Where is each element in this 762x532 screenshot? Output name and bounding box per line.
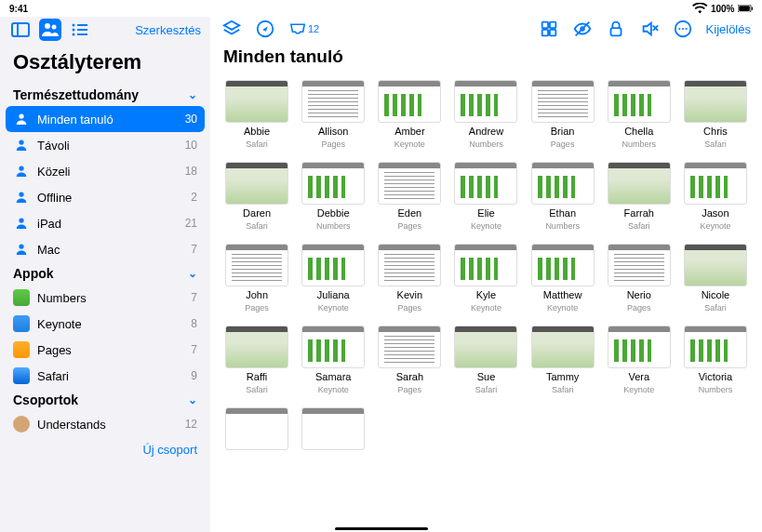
student-name: Brian [551, 126, 575, 137]
student-tile[interactable]: AllisonPages [300, 80, 367, 149]
svg-rect-1 [739, 6, 750, 11]
student-tile[interactable]: AbbieSafari [223, 80, 290, 149]
svg-rect-22 [541, 30, 547, 35]
student-thumb [684, 326, 747, 368]
student-app: Keynote [471, 221, 501, 231]
compass-icon[interactable] [255, 19, 275, 39]
student-tile[interactable]: KyleKeynote [452, 244, 519, 313]
svg-point-8 [73, 29, 75, 32]
student-name: Kyle [476, 289, 496, 300]
sidebar-title: Osztályterem [0, 43, 210, 84]
student-tile[interactable]: JulianaKeynote [300, 244, 367, 313]
student-tile[interactable]: VeraKeynote [606, 326, 673, 394]
svg-point-17 [19, 218, 23, 222]
student-tile[interactable]: JohnPages [223, 244, 290, 313]
student-tile[interactable] [300, 407, 367, 456]
student-thumb [225, 162, 288, 205]
mute-icon[interactable] [639, 19, 660, 39]
student-app: Keynote [700, 221, 730, 231]
sidebar-item[interactable]: Távoli10 [0, 132, 210, 158]
student-tile[interactable]: AmberKeynote [376, 80, 443, 149]
person-icon [13, 215, 30, 232]
sidebar-item[interactable]: Közeli18 [0, 158, 210, 184]
student-tile[interactable]: KevinPages [376, 244, 443, 313]
person-icon [13, 189, 30, 206]
people-icon[interactable] [39, 19, 61, 41]
eye-hidden-icon[interactable] [572, 19, 593, 39]
student-app: Keynote [318, 385, 349, 394]
student-app: Pages [398, 221, 422, 231]
student-name: Nerio [627, 289, 651, 300]
groups-section-header[interactable]: Csoportok ⌄ [0, 389, 210, 411]
student-tile[interactable]: SarahPages [376, 326, 443, 394]
student-name: Victoria [699, 371, 732, 382]
student-tile[interactable]: FarrahSafari [606, 162, 673, 231]
student-app: Safari [704, 140, 727, 149]
grid-icon[interactable] [539, 19, 559, 39]
sidebar-toggle-icon[interactable] [9, 19, 32, 41]
status-right: 100% [692, 3, 753, 15]
more-icon[interactable] [673, 19, 693, 39]
student-tile[interactable]: EthanNumbers [529, 162, 596, 231]
svg-point-32 [685, 28, 687, 30]
chevron-down-icon: ⌄ [188, 393, 197, 406]
student-tile[interactable]: RaffiSafari [223, 326, 290, 394]
student-tile[interactable]: SamaraKeynote [300, 326, 367, 394]
inbox-icon [288, 21, 307, 36]
student-tile[interactable]: VictoriaNumbers [682, 326, 749, 394]
sidebar-item[interactable]: Safari9 [0, 363, 210, 389]
apps-section-header[interactable]: Appok ⌄ [0, 262, 210, 285]
sidebar-item[interactable]: Understands12 [0, 411, 210, 437]
student-tile[interactable]: AndrewNumbers [452, 80, 519, 149]
person-icon [13, 241, 30, 258]
svg-point-13 [19, 113, 23, 118]
student-tile[interactable]: ChrisSafari [682, 80, 749, 149]
list-icon[interactable] [69, 19, 91, 41]
class-section-header[interactable]: Természettudomány ⌄ [0, 84, 210, 106]
sidebar-item[interactable]: Pages7 [0, 337, 210, 363]
sidebar-item[interactable]: Offline2 [0, 184, 210, 210]
student-thumb [225, 326, 288, 368]
sidebar-item[interactable]: Mac7 [0, 236, 210, 262]
select-button[interactable]: Kijelölés [706, 22, 751, 36]
inbox-button[interactable]: 12 [288, 21, 319, 36]
sidebar-item[interactable]: Keynote8 [0, 311, 210, 337]
status-time: 9:41 [9, 4, 28, 14]
sidebar-item[interactable]: iPad21 [0, 210, 210, 236]
student-thumb [378, 80, 441, 123]
sidebar-item[interactable]: Minden tanuló30 [6, 106, 205, 132]
student-tile[interactable]: NicoleSafari [682, 244, 749, 313]
student-tile[interactable]: JasonKeynote [682, 162, 749, 231]
student-name: Sue [477, 371, 496, 382]
student-app: Keynote [394, 140, 425, 149]
student-tile[interactable]: EdenPages [376, 162, 443, 231]
student-name: Matthew [543, 289, 582, 300]
edit-button[interactable]: Szerkesztés [135, 23, 201, 37]
lock-icon[interactable] [606, 19, 626, 39]
chevron-down-icon: ⌄ [188, 88, 197, 101]
student-tile[interactable]: SueSafari [452, 326, 519, 394]
student-tile[interactable]: MatthewKeynote [529, 244, 596, 313]
student-tile[interactable]: NerioPages [606, 244, 673, 313]
battery-icon [738, 5, 754, 12]
student-app: Numbers [316, 221, 351, 231]
app-icon [13, 341, 30, 358]
student-tile[interactable]: ElieKeynote [452, 162, 519, 231]
student-tile[interactable]: ChellaNumbers [606, 80, 673, 149]
student-app: Numbers [469, 140, 503, 149]
student-tile[interactable]: TammySafari [529, 326, 596, 394]
layers-icon[interactable] [221, 19, 242, 39]
svg-rect-23 [549, 30, 555, 35]
sidebar-item[interactable]: Numbers7 [0, 285, 210, 311]
student-thumb [225, 244, 288, 286]
student-app: Safari [552, 385, 574, 394]
student-tile[interactable]: DarenSafari [223, 162, 290, 231]
student-name: Vera [628, 371, 649, 382]
student-tile[interactable] [223, 407, 290, 456]
student-app: Keynote [318, 303, 349, 313]
student-name: Farrah [624, 207, 654, 219]
student-tile[interactable]: DebbieNumbers [300, 162, 367, 231]
new-group-button[interactable]: Új csoport [0, 437, 210, 462]
student-tile[interactable]: BrianPages [529, 80, 596, 149]
app-icon [13, 367, 30, 384]
